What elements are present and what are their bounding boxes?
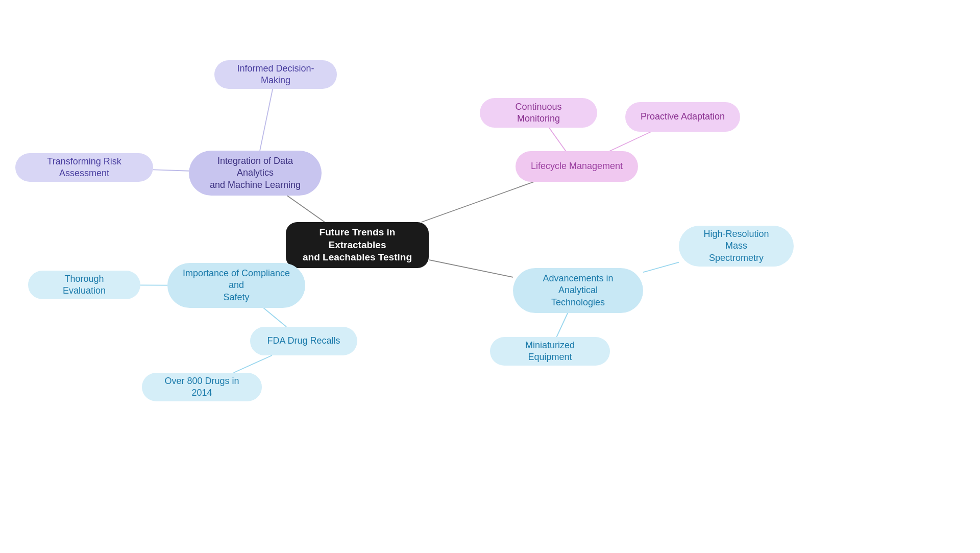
svg-line-8 [549, 128, 566, 151]
svg-line-0 [287, 196, 325, 222]
high-res-label: High-Resolution MassSpectrometry [693, 228, 779, 264]
proactive-node: Proactive Adaptation [625, 102, 740, 132]
over-800-node: Over 800 Drugs in 2014 [142, 373, 262, 401]
fda-recalls-label: FDA Drug Recalls [267, 335, 340, 347]
proactive-label: Proactive Adaptation [641, 111, 725, 123]
transforming-risk-label: Transforming Risk Assessment [30, 156, 139, 180]
continuous-label: Continuous Monitoring [494, 101, 583, 125]
informed-decision-label: Informed Decision-Making [229, 63, 323, 87]
center-label: Future Trends in Extractablesand Leachab… [300, 226, 414, 264]
fda-recalls-node: FDA Drug Recalls [250, 327, 357, 355]
over-800-label: Over 800 Drugs in 2014 [156, 375, 248, 399]
advancements-label: Advancements in AnalyticalTechnologies [527, 273, 629, 308]
svg-line-10 [429, 260, 513, 277]
transforming-risk-node: Transforming Risk Assessment [15, 153, 153, 182]
data-analytics-node: Integration of Data Analyticsand Machine… [189, 151, 322, 196]
svg-line-2 [153, 170, 189, 171]
high-res-node: High-Resolution MassSpectrometry [679, 226, 794, 267]
thorough-eval-node: Thorough Evaluation [28, 271, 140, 299]
svg-line-12 [556, 313, 568, 337]
center-node: Future Trends in Extractablesand Leachab… [286, 222, 429, 268]
svg-line-5 [263, 308, 286, 327]
informed-decision-node: Informed Decision-Making [214, 60, 337, 89]
svg-line-7 [422, 182, 534, 222]
advancements-node: Advancements in AnalyticalTechnologies [513, 268, 643, 313]
svg-line-1 [260, 89, 273, 151]
svg-line-6 [234, 355, 272, 373]
miniaturized-node: Miniaturized Equipment [490, 337, 610, 366]
lifecycle-node: Lifecycle Management [516, 151, 638, 182]
thorough-eval-label: Thorough Evaluation [42, 273, 126, 297]
continuous-node: Continuous Monitoring [480, 98, 597, 128]
data-analytics-label: Integration of Data Analyticsand Machine… [203, 155, 307, 191]
svg-line-11 [643, 262, 679, 273]
lifecycle-label: Lifecycle Management [531, 160, 623, 172]
svg-line-9 [609, 132, 651, 151]
compliance-label: Importance of Compliance andSafety [182, 268, 291, 303]
compliance-node: Importance of Compliance andSafety [167, 263, 305, 308]
miniaturized-label: Miniaturized Equipment [504, 340, 596, 364]
